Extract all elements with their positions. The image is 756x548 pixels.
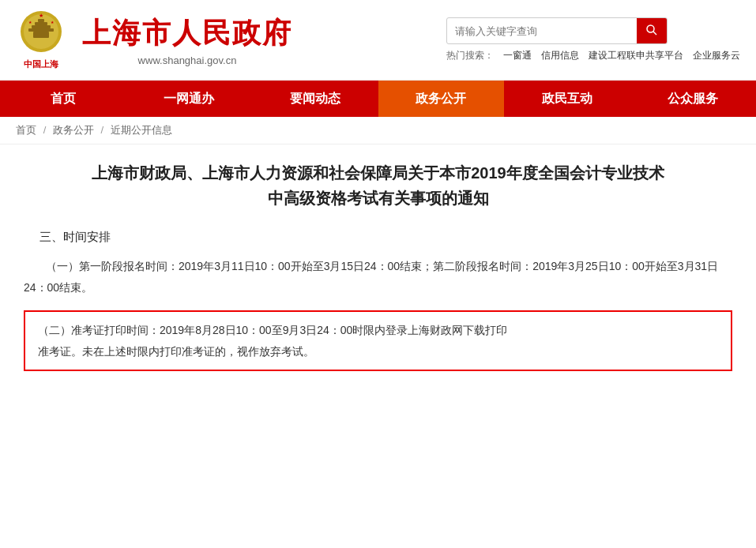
- paragraph-1: （一）第一阶段报名时间：2019年3月11日10：00开始至3月15日24：00…: [24, 256, 732, 298]
- nav-item-affairs[interactable]: 政务公开: [378, 81, 505, 117]
- nav-item-eservice[interactable]: 一网通办: [126, 81, 253, 117]
- svg-rect-4: [32, 25, 51, 28]
- svg-point-10: [647, 25, 654, 32]
- hot-search: 热门搜索： 一窗通 信用信息 建设工程联申共享平台 企业服务云: [446, 49, 740, 62]
- hot-link-3[interactable]: 企业服务云: [693, 49, 740, 62]
- logo-emblem: ★ ★ ★: [16, 9, 66, 57]
- highlight-line2: 准考证。未在上述时限内打印准考证的，视作放弃考试。: [38, 345, 314, 358]
- site-url: www.shanghai.gov.cn: [82, 54, 292, 66]
- hot-link-1[interactable]: 信用信息: [541, 49, 579, 62]
- highlight-text: （二）准考证打印时间：2019年8月28日10：00至9月3日24：00时限内登…: [38, 320, 718, 362]
- hot-link-2[interactable]: 建设工程联申共享平台: [589, 49, 683, 62]
- breadcrumb: 首页 / 政务公开 / 近期公开信息: [0, 117, 756, 145]
- breadcrumb-home[interactable]: 首页: [16, 124, 36, 136]
- svg-rect-6: [33, 32, 49, 38]
- svg-rect-2: [38, 19, 44, 22]
- hot-link-0[interactable]: 一窗通: [503, 49, 532, 62]
- nav-bar: 首页 一网通办 要闻动态 政务公开 政民互动 公众服务: [0, 81, 756, 117]
- article-title: 上海市财政局、上海市人力资源和社会保障局关于本市2019年度全国会计专业技术 中…: [24, 160, 732, 211]
- search-button[interactable]: [637, 17, 667, 44]
- svg-rect-3: [35, 22, 47, 25]
- nav-item-citizens[interactable]: 政民互动: [504, 81, 630, 117]
- breadcrumb-affairs[interactable]: 政务公开: [53, 124, 94, 136]
- header-right: 热门搜索： 一窗通 信用信息 建设工程联申共享平台 企业服务云: [446, 17, 740, 62]
- highlight-line1: （二）准考证打印时间：2019年8月28日10：00至9月3日24：00时限内登…: [38, 324, 507, 336]
- site-title: 上海市人民政府 www.shanghai.gov.cn: [82, 14, 292, 66]
- svg-line-11: [653, 32, 656, 35]
- header: ★ ★ ★ 中国上海 上海市人民政府 www.shanghai.gov.cn 热…: [0, 0, 756, 81]
- nav-item-home[interactable]: 首页: [0, 81, 126, 117]
- breadcrumb-sep-2: /: [101, 124, 104, 136]
- highlight-box: （二）准考证打印时间：2019年8月28日10：00至9月3日24：00时限内登…: [24, 310, 732, 371]
- logo-text-cn: 中国上海: [24, 58, 58, 70]
- search-input[interactable]: [447, 25, 637, 37]
- section-heading: 三、时间安排: [39, 230, 732, 245]
- nav-item-public[interactable]: 公众服务: [630, 81, 757, 117]
- search-icon: [646, 24, 657, 36]
- breadcrumb-sep-1: /: [43, 124, 47, 136]
- site-title-main: 上海市人民政府: [82, 14, 292, 53]
- hot-search-label: 热门搜索：: [446, 49, 494, 62]
- svg-text:★: ★: [39, 13, 43, 18]
- article-title-line1: 上海市财政局、上海市人力资源和社会保障局关于本市2019年度全国会计专业技术: [24, 160, 732, 186]
- search-box[interactable]: [446, 17, 668, 44]
- nav-item-news[interactable]: 要闻动态: [252, 81, 378, 117]
- breadcrumb-current: 近期公开信息: [111, 124, 172, 136]
- svg-rect-5: [28, 28, 54, 32]
- content-area: 上海市财政局、上海市人力资源和社会保障局关于本市2019年度全国会计专业技术 中…: [0, 145, 756, 387]
- article-title-line2: 中高级资格考试有关事项的通知: [24, 186, 732, 211]
- logo-area: ★ ★ ★ 中国上海: [16, 9, 66, 70]
